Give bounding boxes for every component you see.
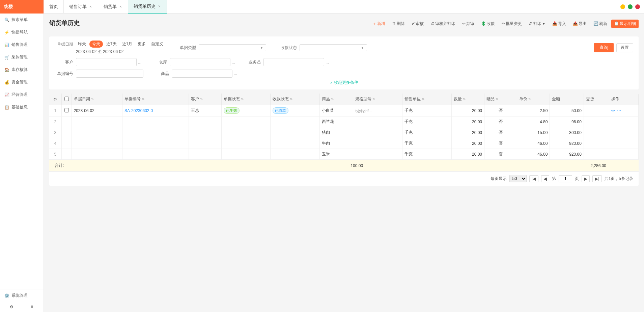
th-qty-label: 数量 (454, 96, 462, 102)
doc-type-select[interactable]: ▼ (199, 44, 266, 51)
salesperson-dots[interactable]: ... (326, 60, 329, 64)
warehouse-dots[interactable]: ... (232, 60, 235, 64)
sidebar-item-inventory[interactable]: 🏠 库存核算 (0, 63, 44, 76)
date-custom-btn[interactable]: 自定义 (149, 41, 165, 48)
product-dots[interactable]: ... (234, 71, 237, 76)
collect-button[interactable]: 💲 收款 (478, 20, 498, 28)
cell-customer (189, 138, 221, 149)
audit-print-button[interactable]: 🖨 审核并打印 (428, 20, 458, 28)
sidebar-item-system[interactable]: ⚙️ 系统管理 (0, 289, 44, 302)
th-product[interactable]: 商品 ⇅ (320, 94, 353, 105)
sort-customer-icon: ⇅ (200, 97, 203, 101)
refresh-button[interactable]: 🔄 刷新 (591, 20, 610, 28)
th-payment-status-label: 收款状态 (273, 96, 289, 102)
sidebar-item-search-menu[interactable]: 🔍 搜索菜单 (0, 14, 44, 26)
tab-home[interactable]: 首页 (44, 0, 64, 14)
current-page-input[interactable]: 1 (559, 175, 572, 182)
import-button[interactable]: 📥 导入 (550, 20, 569, 28)
date-yesterday-btn[interactable]: 昨天 (76, 41, 88, 48)
product-filter: 商品 ... (156, 70, 237, 78)
customer-input[interactable] (76, 58, 137, 66)
batch-change-button[interactable]: ✏ 批量变更 (499, 20, 525, 28)
doc-no-input[interactable] (76, 70, 143, 78)
per-page-select[interactable]: 50 100 200 (509, 175, 527, 182)
refresh-label: 刷新 (599, 21, 607, 27)
cell-qty: 20.00 (451, 149, 484, 160)
maximize-button[interactable] (628, 4, 633, 9)
last-page-btn[interactable]: ▶| (592, 175, 601, 182)
doc-no-filter: 单据编号 (55, 70, 143, 78)
audit-button[interactable]: ✔ 审核 (409, 20, 426, 28)
first-page-btn[interactable]: |◀ (529, 175, 538, 182)
tab-sales-order-close[interactable]: × (89, 4, 92, 9)
collapse-filter-btn[interactable]: ∧ 收起更多条件 (55, 80, 633, 85)
query-button[interactable]: 查询 (594, 43, 614, 52)
minimize-button[interactable] (620, 4, 625, 9)
new-button[interactable]: ＋ 新增 (370, 20, 388, 28)
warehouse-input[interactable] (170, 58, 230, 66)
more-icon[interactable]: ⋯ (617, 108, 621, 113)
th-payment-status[interactable]: 收款状态 ⇅ (271, 94, 320, 105)
date-more-btn[interactable]: 更多 (136, 41, 148, 48)
tab-sales-history[interactable]: 销货单历史 × (128, 0, 167, 14)
page-label: 第 (552, 176, 556, 182)
finance-icon: 💰 (4, 80, 9, 85)
sidebar-item-quick-nav[interactable]: ⚡ 快捷导航 (0, 26, 44, 38)
print-button[interactable]: 🖨 打印 ▼ (526, 20, 548, 28)
th-gift[interactable]: 赠品 ⇅ (484, 94, 517, 105)
product-input[interactable] (172, 70, 232, 78)
edit-icon[interactable]: ✏ (611, 108, 615, 113)
select-all-checkbox[interactable] (64, 97, 69, 101)
tab-sales-history-close[interactable]: × (158, 4, 161, 9)
cell-row-no: 2 (49, 116, 61, 127)
date-today-btn[interactable]: 今天 (89, 41, 103, 48)
sidebar-item-sales-mgmt[interactable]: 📊 销售管理 (0, 38, 44, 51)
next-page-btn[interactable]: ▶ (582, 175, 590, 182)
customer-dots[interactable]: ... (138, 60, 141, 64)
th-qty[interactable]: 数量 ⇅ (451, 94, 484, 105)
data-table-wrap: ⚙ 单据日期 ⇅ 单据编号 (49, 94, 639, 186)
cell-payment-status (271, 138, 320, 149)
sort-spec-icon: ⇅ (372, 97, 375, 101)
settings-bottom-icon[interactable]: ⚙ (10, 305, 13, 309)
th-price-label: 单价 (519, 96, 527, 102)
th-price[interactable]: 单价 ⇅ (517, 94, 550, 105)
salesperson-input[interactable] (263, 58, 324, 66)
table-header-row: ⚙ 单据日期 ⇅ 单据编号 (49, 94, 639, 105)
abandon-button[interactable]: ↩ 弃审 (459, 20, 477, 28)
th-doc-no[interactable]: 单据编号 ⇅ (122, 94, 189, 105)
tab-sales-order[interactable]: 销售订单 × (64, 0, 98, 14)
prev-page-btn[interactable]: ◀ (541, 175, 549, 182)
toolbar: ＋ 新增 🗑 删除 ✔ 审核 🖨 审核并打印 ↩ 弃审 (370, 20, 639, 28)
export-button[interactable]: 📤 导出 (570, 20, 589, 28)
date-7days-btn[interactable]: 近7天 (104, 41, 119, 48)
sort-payment-status-icon: ⇅ (290, 97, 292, 101)
row-checkbox[interactable] (64, 108, 69, 112)
purchase-mgmt-icon: 🛒 (4, 55, 9, 60)
setting-button[interactable]: 设置 (616, 43, 633, 52)
sidebar-bottom-controls[interactable]: ⚙ ⏸ (0, 302, 44, 312)
th-date[interactable]: 单据日期 ⇅ (72, 94, 122, 105)
date-1month-btn[interactable]: 近1月 (120, 41, 135, 48)
sidebar-item-purchase-mgmt[interactable]: 🛒 采购管理 (0, 51, 44, 63)
delete-button[interactable]: 🗑 删除 (389, 20, 408, 28)
th-settings[interactable]: ⚙ (49, 94, 61, 105)
tab-sales-delivery-close[interactable]: × (119, 4, 122, 9)
cell-date (72, 116, 122, 127)
show-detail-button[interactable]: 📋 显示明细 (611, 20, 639, 28)
tab-sales-delivery[interactable]: 销货单 × (98, 0, 128, 14)
sidebar-item-operations[interactable]: 📈 经营管理 (0, 88, 44, 101)
sort-doc-no-icon: ⇅ (142, 97, 144, 101)
close-button[interactable] (635, 4, 640, 9)
sidebar-item-finance[interactable]: 💰 资金管理 (0, 76, 44, 88)
payment-status-select[interactable]: ▼ (300, 44, 367, 51)
collapse-sidebar-icon[interactable]: ⏸ (30, 305, 34, 309)
column-settings-icon[interactable]: ⚙ (53, 97, 57, 102)
th-unit[interactable]: 销售单位 ⇅ (402, 94, 452, 105)
date-filter-label: 单据日期 (55, 42, 73, 47)
th-customer[interactable]: 客户 ⇅ (189, 94, 221, 105)
customer-filter: 客户 ... (55, 58, 141, 66)
th-spec[interactable]: 规格型号 ⇅ (353, 94, 402, 105)
th-doc-status[interactable]: 单据状态 ⇅ (221, 94, 271, 105)
sidebar-item-basic-info[interactable]: 📋 基础信息 (0, 101, 44, 113)
